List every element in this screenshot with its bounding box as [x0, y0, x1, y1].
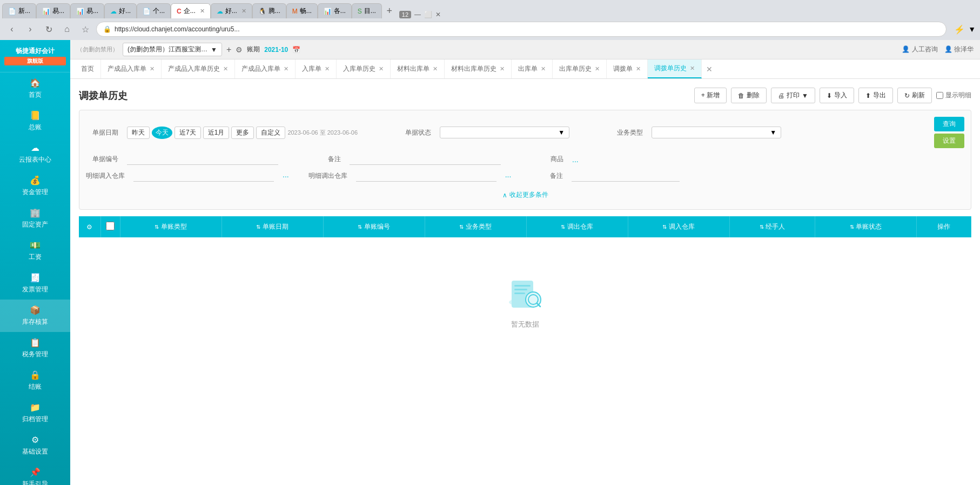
page-tab-transfer-history-close[interactable]: ✕	[690, 65, 695, 72]
page-tab-in-history-close[interactable]: ✕	[379, 65, 384, 72]
date-yesterday-btn[interactable]: 昨天	[127, 127, 150, 139]
remark-input[interactable]	[350, 154, 501, 165]
page-tab-material-out-close[interactable]: ✕	[433, 65, 438, 72]
browser-tab-7-close[interactable]: ✕	[241, 8, 246, 15]
browser-tab-11[interactable]: S 目...	[352, 3, 382, 18]
page-tab-in-order-close[interactable]: ✕	[325, 65, 330, 72]
export-btn[interactable]: ⬆ 导出	[858, 88, 893, 103]
service-link[interactable]: 👤 人工咨询	[902, 45, 937, 54]
col-doc-date[interactable]: ⇅ 单账日期	[221, 216, 323, 237]
col-operator[interactable]: ⇅ 经手人	[729, 216, 815, 237]
col-biz-type[interactable]: ⇅ 业务类型	[425, 216, 526, 237]
browser-tab-10[interactable]: 📊 各...	[318, 3, 352, 18]
print-btn[interactable]: 🖨 打印 ▼	[771, 88, 815, 103]
page-tab-material-out[interactable]: 材料出库单 ✕	[391, 59, 445, 78]
goods-select-btn[interactable]: ...	[572, 155, 579, 164]
query-btn[interactable]: 查询	[934, 117, 964, 131]
col-gear[interactable]: ⚙	[79, 216, 100, 237]
page-tab-out-history-close[interactable]: ✕	[595, 65, 600, 72]
show-cols-checkbox[interactable]	[936, 92, 943, 99]
sidebar-item-home[interactable]: 🏠 首页	[0, 72, 70, 105]
remark2-input[interactable]	[572, 170, 680, 182]
delete-btn[interactable]: 🗑 删除	[731, 88, 767, 103]
sidebar-item-guide[interactable]: 📌 新手引导	[0, 462, 70, 485]
new-btn[interactable]: + 新增	[694, 88, 727, 103]
page-tab-transfer-history[interactable]: 调拨单历史 ✕	[648, 59, 702, 78]
browser-tab-8[interactable]: 🐧 腾...	[252, 3, 286, 18]
biztype-select[interactable]: ▼	[652, 127, 781, 138]
extensions-icon[interactable]: ⚡	[954, 24, 965, 35]
table-settings-icon[interactable]: ⚙	[86, 223, 92, 231]
sidebar-item-invoice[interactable]: 🧾 发票管理	[0, 267, 70, 300]
sidebar-item-closing[interactable]: 🔒 结账	[0, 364, 70, 397]
browser-close[interactable]: ✕	[435, 11, 441, 18]
doc-no-input[interactable]	[127, 154, 278, 165]
home-button[interactable]: ⌂	[59, 22, 75, 37]
browser-minimize[interactable]: —	[414, 11, 421, 18]
sidebar-item-reports[interactable]: ☁ 云报表中心	[0, 137, 70, 170]
sidebar-item-inventory[interactable]: 📦 库存核算	[0, 300, 70, 332]
col-checkbox[interactable]	[100, 216, 120, 237]
page-tab-material-out-history[interactable]: 材料出库单历史 ✕	[445, 59, 512, 78]
page-tab-transfer[interactable]: 调拨单 ✕	[607, 59, 648, 78]
sidebar-item-payroll[interactable]: 💵 工资	[0, 235, 70, 267]
browser-tab-6[interactable]: C 企... ✕	[171, 3, 211, 18]
sidebar-item-assets[interactable]: 🏢 固定资产	[0, 202, 70, 235]
calendar-icon[interactable]: 📅	[292, 46, 300, 54]
detail-in-input[interactable]	[133, 170, 274, 182]
col-doc-no[interactable]: ⇅ 单账编号	[323, 216, 425, 237]
col-in-warehouse[interactable]: ⇅ 调入仓库	[628, 216, 729, 237]
select-all-checkbox[interactable]	[106, 222, 115, 230]
page-tab-in-order[interactable]: 入库单 ✕	[296, 59, 337, 78]
detail-in-select-btn[interactable]: ···	[283, 172, 289, 181]
sidebar-item-archive[interactable]: 📁 归档管理	[0, 397, 70, 429]
refresh-btn[interactable]: ↻ 刷新	[897, 88, 932, 103]
browser-tab-9[interactable]: M 畅...	[286, 3, 318, 18]
sidebar-item-ledger[interactable]: 📒 总账	[0, 105, 70, 137]
browser-tab-6-close[interactable]: ✕	[200, 8, 205, 15]
date-custom-btn[interactable]: 自定义	[256, 127, 285, 139]
profile-icon[interactable]: ▼	[968, 25, 976, 34]
address-bar[interactable]: 🔒 https://cloud.chanjet.com/accounting/u…	[96, 22, 947, 37]
date-more-btn[interactable]: 更多	[231, 127, 254, 139]
new-tab-button[interactable]: +	[382, 3, 397, 18]
page-tab-product-in-history-close[interactable]: ✕	[223, 65, 228, 72]
col-out-warehouse[interactable]: ⇅ 调出仓库	[526, 216, 628, 237]
browser-tab-5[interactable]: 📄 个...	[137, 3, 171, 18]
page-tab-out-order[interactable]: 出库单 ✕	[512, 59, 553, 78]
bookmark-button[interactable]: ☆	[78, 22, 93, 37]
sidebar-item-tax[interactable]: 📋 税务管理	[0, 332, 70, 364]
page-tab-product-in2-close[interactable]: ✕	[284, 65, 288, 72]
page-tab-product-in-history[interactable]: 产成品入库单历史 ✕	[162, 59, 235, 78]
page-tab-transfer-close[interactable]: ✕	[636, 65, 641, 72]
reload-button[interactable]: ↻	[41, 22, 56, 37]
date-today-btn[interactable]: 今天	[152, 127, 172, 139]
date-1month-btn[interactable]: 近1月	[203, 127, 230, 139]
close-all-tabs-btn[interactable]: ✕	[706, 65, 713, 74]
browser-tab-1[interactable]: 📄 新...	[2, 3, 36, 18]
collapse-btn[interactable]: ∧ 收起更多条件	[86, 187, 964, 203]
user-link[interactable]: 👤 徐泽华	[944, 45, 974, 54]
setting-btn[interactable]: 设置	[934, 134, 964, 148]
page-tab-out-order-close[interactable]: ✕	[541, 65, 546, 72]
browser-tab-2[interactable]: 📊 易...	[36, 3, 70, 18]
page-tab-material-out-history-close[interactable]: ✕	[500, 65, 505, 72]
add-company-btn[interactable]: +	[226, 45, 231, 55]
browser-tab-7[interactable]: ☁ 好... ✕	[211, 3, 252, 18]
page-tab-in-history[interactable]: 入库单历史 ✕	[337, 59, 391, 78]
page-tab-out-history[interactable]: 出库单历史 ✕	[553, 59, 607, 78]
status-select[interactable]: ▼	[440, 127, 569, 138]
col-doc-type[interactable]: ⇅ 单账类型	[120, 216, 221, 237]
date-7days-btn[interactable]: 近7天	[174, 127, 201, 139]
import-btn[interactable]: ⬇ 导入	[820, 88, 854, 103]
browser-maximize[interactable]: ⬜	[424, 11, 432, 18]
detail-out-input[interactable]	[356, 170, 496, 182]
back-button[interactable]: ‹	[4, 22, 19, 37]
detail-out-select-btn[interactable]: ···	[505, 172, 512, 181]
page-tab-product-in2[interactable]: 产成品入库单 ✕	[235, 59, 296, 78]
page-tab-home[interactable]: 首页	[75, 59, 101, 78]
page-tab-product-in[interactable]: 产成品入库单 ✕	[101, 59, 162, 78]
browser-tab-3[interactable]: 📊 易...	[70, 3, 104, 18]
forward-button[interactable]: ›	[23, 22, 38, 37]
sidebar-item-finance[interactable]: 💰 资金管理	[0, 170, 70, 202]
